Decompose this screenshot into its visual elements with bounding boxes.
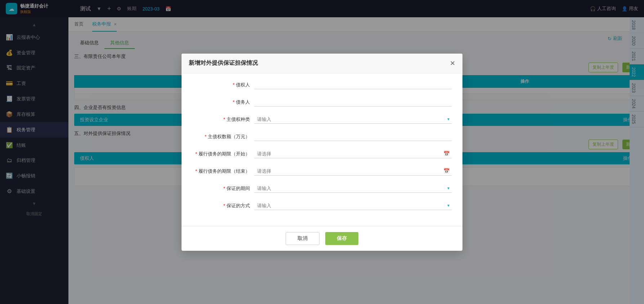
modal-title: 新增对外提供保证担保情况: [189, 59, 258, 67]
debt-end-label: * 履行债务的期限（结束）: [192, 168, 250, 174]
guarantee-method-input[interactable]: [254, 201, 452, 210]
guarantee-method-select[interactable]: ▾: [254, 201, 452, 210]
modal-footer: 取消 保存: [182, 226, 462, 251]
form-row-claim-type: * 主债权种类 ▾: [192, 115, 452, 124]
debt-end-input[interactable]: [254, 167, 443, 175]
guarantee-period-label: * 保证的期间: [192, 185, 250, 192]
modal-close-icon[interactable]: ✕: [450, 59, 455, 67]
debtor-label: * 债务人: [192, 99, 250, 105]
form-row-claim-amount: * 主债权数额（万元）: [192, 132, 452, 141]
form-row-guarantee-method: * 保证的方式 ▾: [192, 201, 452, 210]
debt-start-input[interactable]: [254, 150, 443, 158]
claim-amount-label: * 主债权数额（万元）: [192, 133, 250, 140]
form-row-guarantee-period: * 保证的期间 ▾: [192, 184, 452, 193]
debt-start-label: * 履行债务的期限（开始）: [192, 151, 250, 157]
claim-amount-input[interactable]: [254, 132, 452, 141]
debt-start-date[interactable]: 📅: [254, 150, 452, 158]
guarantee-period-select[interactable]: ▾: [254, 184, 452, 193]
calendar-end-icon[interactable]: 📅: [443, 168, 452, 174]
guarantee-period-input[interactable]: [254, 184, 452, 192]
modal-header: 新增对外提供保证担保情况 ✕: [182, 54, 462, 73]
modal-body: * 债权人 * 债务人 * 主债权种类 ▾: [182, 73, 462, 226]
calendar-start-icon[interactable]: 📅: [443, 151, 452, 156]
debt-end-date[interactable]: 📅: [254, 167, 452, 176]
claim-type-input[interactable]: [254, 115, 452, 123]
save-button[interactable]: 保存: [325, 232, 358, 245]
guarantee-method-label: * 保证的方式: [192, 203, 250, 209]
claim-type-select[interactable]: ▾: [254, 115, 452, 124]
modal-add-guarantee: 新增对外提供保证担保情况 ✕ * 债权人 * 债务人 * 主债权种类: [182, 54, 462, 251]
form-row-creditor: * 债权人: [192, 81, 452, 89]
form-row-debt-start: * 履行债务的期限（开始） 📅: [192, 150, 452, 158]
form-row-debt-end: * 履行债务的期限（结束） 📅: [192, 167, 452, 176]
cancel-button[interactable]: 取消: [286, 232, 319, 245]
creditor-input[interactable]: [254, 81, 452, 89]
form-row-debtor: * 债务人: [192, 98, 452, 106]
creditor-label: * 债权人: [192, 82, 250, 88]
claim-type-label: * 主债权种类: [192, 116, 250, 123]
debtor-input[interactable]: [254, 98, 452, 106]
